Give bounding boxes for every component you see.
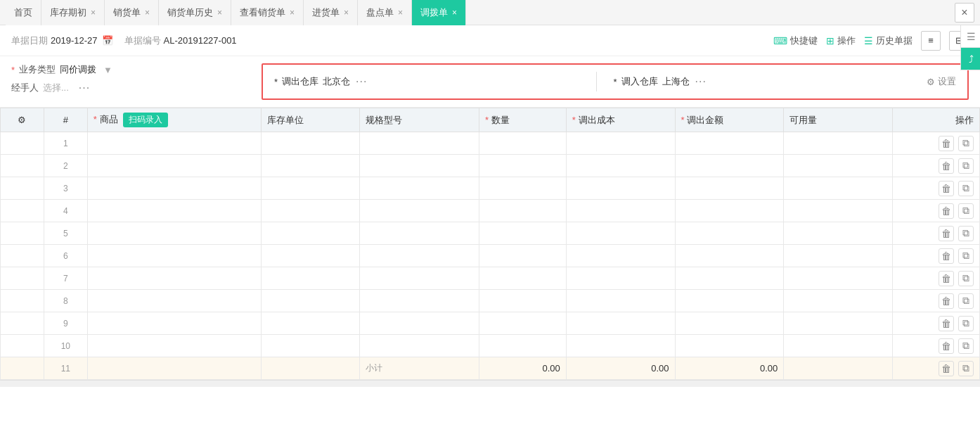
delete-icon[interactable]: 🗑	[939, 293, 954, 309]
shortcut-action[interactable]: ⌨ 快捷键	[773, 34, 818, 47]
tab-purchase-order[interactable]: 进货单 ×	[304, 0, 358, 25]
calendar-icon[interactable]: 📅	[102, 35, 113, 46]
tab-close-inventory-init[interactable]: ×	[91, 8, 96, 18]
form-left: * 业务类型 同价调拨 ▼ 经手人 选择... ···	[11, 63, 250, 94]
tab-close-sale-history[interactable]: ×	[217, 8, 222, 18]
tab-view-sale-order[interactable]: 查看销货单 ×	[231, 0, 304, 25]
copy-icon[interactable]: ⧉	[958, 181, 974, 196]
delete-icon[interactable]: 🗑	[939, 136, 954, 151]
header-qty: * 数量	[479, 108, 567, 132]
warehouse-in-section: * 调入仓库 上海仓 ···	[614, 75, 919, 88]
business-type-field: * 业务类型 同价调拨 ▼	[11, 63, 250, 76]
table-area: ⚙ # * 商品 扫码录入 库存单位 规格型号 * 数量 *	[0, 108, 980, 446]
delete-icon[interactable]: 🗑	[939, 271, 954, 286]
table-header-row: ⚙ # * 商品 扫码录入 库存单位 规格型号 * 数量 *	[1, 108, 980, 132]
copy-icon[interactable]: ⧉	[958, 293, 974, 309]
sidebar-expand-icon[interactable]: ⤴	[961, 48, 980, 70]
settings-btn[interactable]: ⚙ 设置	[927, 75, 956, 88]
warehouse-in-more-btn[interactable]: ···	[695, 75, 707, 88]
tab-close-view-sale-order[interactable]: ×	[290, 8, 295, 18]
tab-close-stocktake[interactable]: ×	[398, 8, 403, 18]
layout-btn-1[interactable]: ≡	[921, 31, 941, 51]
tab-inventory-init[interactable]: 库存期初 ×	[41, 0, 105, 25]
tab-stocktake[interactable]: 盘点单 ×	[358, 0, 412, 25]
delete-icon[interactable]: 🗑	[939, 338, 954, 354]
copy-icon[interactable]: ⧉	[958, 136, 974, 151]
list-icon: ☰	[864, 35, 873, 46]
table-row: 11 小计 0.00 0.00 0.00 🗑 ⧉	[1, 357, 980, 380]
toolbar-actions: ⌨ 快捷键 ⊞ 操作 ☰ 历史单据 ≡ ⊟	[773, 31, 969, 51]
gear-icon: ⚙	[18, 115, 26, 125]
warehouse-out-section: * 调出仓库 北京仓 ···	[274, 75, 579, 88]
tab-sale-order[interactable]: 销货单 ×	[105, 0, 159, 25]
tab-close-sale-order[interactable]: ×	[145, 8, 150, 18]
table-row: 9 🗑 ⧉	[1, 312, 980, 335]
delete-icon[interactable]: 🗑	[939, 203, 954, 219]
header-avail: 可用量	[784, 108, 893, 132]
tab-bar-close-btn[interactable]: ×	[955, 3, 974, 23]
operation-action[interactable]: ⊞ 操作	[826, 34, 856, 47]
delete-icon[interactable]: 🗑	[939, 181, 954, 196]
table-row: 2 🗑 ⧉	[1, 155, 980, 177]
header-amount: * 调出金额	[675, 108, 784, 132]
manager-more-btn[interactable]: ···	[79, 82, 90, 94]
copy-icon[interactable]: ⧉	[958, 316, 974, 331]
table-row: 8 🗑 ⧉	[1, 290, 980, 312]
copy-icon[interactable]: ⧉	[958, 271, 974, 286]
number-field: 单据编号 AL-20191227-001	[124, 34, 237, 47]
table-row: 4 🗑 ⧉	[1, 200, 980, 222]
header-cost: * 调出成本	[566, 108, 675, 132]
keyboard-icon: ⌨	[773, 35, 787, 46]
tab-home[interactable]: 首页	[6, 0, 41, 25]
copy-icon[interactable]: ⧉	[958, 226, 974, 241]
grid-icon: ⊞	[826, 35, 834, 46]
header-unit: 库存单位	[262, 108, 359, 132]
sidebar-note-icon[interactable]: ☰	[961, 25, 980, 48]
horizontal-scrollbar[interactable]	[0, 380, 980, 387]
warehouse-form-panel: * 调出仓库 北京仓 ··· * 调入仓库 上海仓 ··· ⚙ 设置	[262, 63, 969, 100]
header-action: 操作	[893, 108, 980, 132]
table-row: 6 🗑 ⧉	[1, 245, 980, 267]
transfer-table: ⚙ # * 商品 扫码录入 库存单位 规格型号 * 数量 *	[0, 108, 980, 380]
main-content: 单据日期 2019-12-27 📅 单据编号 AL-20191227-001 ⌨…	[0, 25, 980, 446]
delete-icon[interactable]: 🗑	[939, 226, 954, 241]
toolbar-row: 单据日期 2019-12-27 📅 单据编号 AL-20191227-001 ⌨…	[0, 25, 980, 56]
copy-icon[interactable]: ⧉	[958, 158, 974, 174]
tab-close-transfer[interactable]: ×	[452, 8, 457, 18]
delete-icon[interactable]: 🗑	[939, 316, 954, 331]
business-type-dropdown[interactable]: ▼	[103, 65, 112, 75]
table-row: 3 🗑 ⧉	[1, 177, 980, 200]
header-gear[interactable]: ⚙	[1, 108, 44, 132]
tab-sale-history[interactable]: 销货单历史 ×	[159, 0, 231, 25]
warehouse-divider	[596, 72, 597, 91]
table-row: 5 🗑 ⧉	[1, 222, 980, 245]
tab-transfer[interactable]: 调拨单 ×	[412, 0, 466, 25]
copy-icon[interactable]: ⧉	[958, 338, 974, 354]
copy-icon[interactable]: ⧉	[958, 248, 974, 264]
scan-btn[interactable]: 扫码录入	[123, 113, 168, 127]
header-goods: * 商品 扫码录入	[87, 108, 262, 132]
tab-close-purchase-order[interactable]: ×	[344, 8, 349, 18]
gear-icon: ⚙	[927, 77, 935, 87]
warehouse-out-more-btn[interactable]: ···	[356, 75, 367, 88]
header-spec: 规格型号	[359, 108, 479, 132]
form-area: * 业务类型 同价调拨 ▼ 经手人 选择... ··· * 调出仓库 北京仓 ·…	[0, 56, 980, 108]
delete-icon[interactable]: 🗑	[939, 158, 954, 174]
right-sidebar: ☰ ⤴	[960, 25, 980, 70]
header-num: #	[44, 108, 87, 132]
delete-icon[interactable]: 🗑	[939, 248, 954, 264]
delete-icon[interactable]: 🗑	[939, 361, 954, 376]
copy-icon[interactable]: ⧉	[958, 203, 974, 219]
date-field: 单据日期 2019-12-27 📅	[11, 34, 113, 47]
table-row: 7 🗑 ⧉	[1, 267, 980, 290]
copy-icon[interactable]: ⧉	[958, 361, 974, 376]
table-row: 10 🗑 ⧉	[1, 335, 980, 357]
manager-field: 经手人 选择... ···	[11, 82, 250, 94]
table-row: 1 🗑 ⧉	[1, 132, 980, 155]
history-action[interactable]: ☰ 历史单据	[864, 34, 913, 47]
tab-bar: 首页 库存期初 × 销货单 × 销货单历史 × 查看销货单 × 进货单 × 盘点…	[0, 0, 980, 25]
